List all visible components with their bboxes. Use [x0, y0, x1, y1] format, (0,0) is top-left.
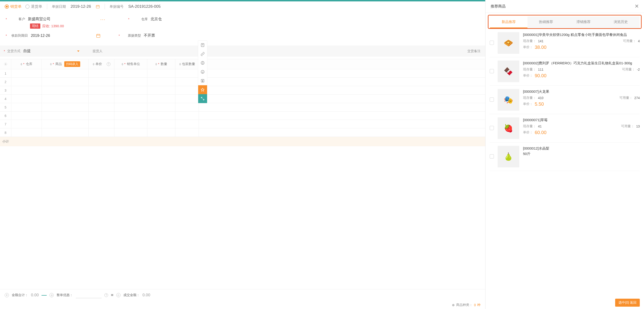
tool-down-icon[interactable] — [198, 67, 207, 76]
product-checkbox[interactable] — [490, 154, 494, 158]
receivable-value: 1390.00 — [51, 24, 64, 28]
th-qty[interactable]: *数量 — [147, 59, 176, 69]
th-warehouse[interactable]: *仓库 — [11, 59, 42, 69]
th-price[interactable]: 单价? — [89, 59, 114, 69]
tool-note-icon[interactable] — [198, 41, 207, 50]
recommend-tab-0[interactable]: 新品推荐 — [490, 17, 528, 28]
select-return-button[interactable]: 选中(0) 返回 — [615, 299, 640, 307]
recommend-tab-2[interactable]: 滞销推荐 — [565, 17, 602, 28]
calendar-icon[interactable] — [96, 5, 100, 9]
product-name: [00000071]草莓 — [523, 117, 640, 123]
table-row[interactable]: 7 — [0, 120, 485, 128]
row-number[interactable]: 4 — [0, 95, 11, 103]
minus-icon: — — [42, 292, 47, 298]
row-number[interactable]: 7 — [0, 120, 11, 128]
table-row[interactable]: 2 — [0, 78, 485, 86]
scan-button[interactable]: 扫码录入 — [64, 61, 80, 67]
table-settings-button[interactable] — [0, 59, 11, 69]
product-image: 🍐 — [498, 146, 519, 167]
product-checkbox[interactable] — [490, 69, 494, 73]
invoice-type-input[interactable] — [144, 33, 214, 39]
product-item[interactable]: 🧇[0000001]华美华夫软饼1200g 糕点零食小吃手撕面包早餐休闲食品现存… — [490, 29, 640, 57]
th-unit[interactable]: *销售单位 — [114, 59, 147, 69]
delivery-note-label: 交货备注 — [468, 49, 480, 53]
row-number[interactable]: 3 — [0, 86, 11, 94]
return-order-radio[interactable]: 退货单 — [25, 4, 42, 9]
tool-currency-icon[interactable] — [198, 76, 207, 85]
svg-marker-15 — [201, 88, 204, 91]
due-date-input[interactable] — [31, 33, 101, 39]
row-number[interactable]: 6 — [0, 112, 11, 120]
discount-label: 整单优惠： — [56, 293, 73, 297]
avail-value: 4 — [638, 39, 640, 43]
table-row[interactable]: 1 — [0, 69, 485, 78]
row-number[interactable]: 8 — [0, 128, 11, 137]
row-number[interactable]: 5 — [0, 103, 11, 111]
table-row[interactable]: 4 — [0, 95, 485, 103]
deal-icon: ⊙ — [116, 293, 120, 297]
calendar-icon[interactable] — [96, 33, 100, 38]
pickup-person-input[interactable] — [105, 48, 152, 54]
customer-picker-icon[interactable]: ··· — [100, 17, 106, 22]
product-item[interactable]: 🍐[0000012]水晶梨50斤 — [490, 143, 640, 171]
product-name: [0000012]水晶梨50斤 — [523, 146, 640, 156]
sale-order-label: 销货单 — [10, 4, 22, 9]
warehouse-input[interactable] — [150, 16, 221, 23]
return-order-label: 退货单 — [31, 4, 42, 9]
table-row[interactable]: 5 — [0, 103, 485, 112]
settle-badge: 现结 — [30, 24, 40, 29]
customer-input[interactable] — [28, 16, 98, 23]
table-row[interactable]: 3 — [0, 86, 485, 95]
tabs-highlight-box: 新品推荐热销推荐滞销推荐浏览历史 — [488, 15, 642, 29]
avail-value: 13 — [636, 124, 640, 128]
product-item[interactable]: 🍓[00000071]草莓现存量：41可用量：13单价：60.00 — [490, 114, 640, 143]
delivery-method-select[interactable]: 自提 — [23, 49, 80, 54]
row-number[interactable]: 1 — [0, 69, 11, 78]
customer-label: 客户 — [9, 17, 26, 21]
kinds-label: 商品种类： — [456, 303, 472, 307]
product-checkbox[interactable] — [490, 97, 494, 102]
tool-star-icon[interactable] — [198, 85, 207, 94]
warehouse-label: 仓库 — [132, 17, 149, 21]
price-value: 5.50 — [535, 101, 544, 107]
product-name: [0000001]华美华夫软饼1200g 糕点零食小吃手撕面包早餐休闲食品 — [523, 32, 640, 38]
stock-value: 141 — [538, 39, 544, 43]
svg-rect-4 — [96, 34, 100, 37]
doc-date-value[interactable]: 2019-12-26 — [70, 4, 91, 9]
recommend-tab-1[interactable]: 热销推荐 — [528, 17, 565, 28]
help-icon[interactable]: ? — [107, 62, 110, 66]
panel-title: 推荐商品 — [490, 4, 506, 9]
tool-expand-icon[interactable] — [198, 94, 207, 103]
product-item[interactable]: 🍫[0000002]费列罗（FERRERO）巧克力礼盒装生日礼物礼盒装01-30… — [490, 57, 640, 86]
table-row[interactable]: 8 — [0, 128, 485, 137]
svg-rect-0 — [96, 6, 100, 8]
svg-point-12 — [201, 61, 204, 65]
product-item[interactable]: 🎭[0000007]火龙果现存量：410可用量：274单价：5.50 — [490, 86, 640, 114]
product-checkbox[interactable] — [490, 41, 494, 45]
sum-label: 金额合计： — [12, 293, 28, 297]
svg-point-8 — [5, 64, 6, 65]
recommend-tab-3[interactable]: 浏览历史 — [602, 17, 640, 28]
invoice-type-label: 票据类型 — [122, 34, 142, 38]
due-date-label: 收款到期日 — [9, 34, 29, 38]
th-product[interactable]: *商品扫码录入 — [42, 59, 89, 69]
avail-value: -2 — [637, 68, 640, 71]
th-pack[interactable]: 包装数量 — [176, 59, 199, 69]
doc-no-label: 单据编号 — [110, 5, 124, 9]
sale-order-radio[interactable]: 销货单 — [5, 4, 22, 9]
chevron-down-icon — [77, 51, 80, 52]
product-name: [0000002]费列罗（FERRERO）巧克力礼盒装生日礼物礼盒装01-300… — [523, 61, 640, 66]
deal-value: 0.00 — [142, 293, 150, 297]
deal-label: 成交金额： — [123, 293, 140, 297]
row-number[interactable]: 2 — [0, 78, 11, 86]
help-icon[interactable]: ? — [104, 293, 108, 297]
close-icon[interactable]: ✕ — [634, 3, 639, 10]
tool-swap-icon[interactable] — [198, 59, 207, 67]
price-value: 38.00 — [535, 45, 546, 50]
table-row[interactable]: 6 — [0, 112, 485, 120]
order-type-radio[interactable]: 销货单 退货单 — [5, 4, 42, 9]
product-checkbox[interactable] — [490, 126, 494, 130]
product-image: 🍫 — [498, 61, 519, 82]
tool-link-icon[interactable] — [198, 50, 207, 59]
discount-input[interactable] — [76, 292, 102, 298]
